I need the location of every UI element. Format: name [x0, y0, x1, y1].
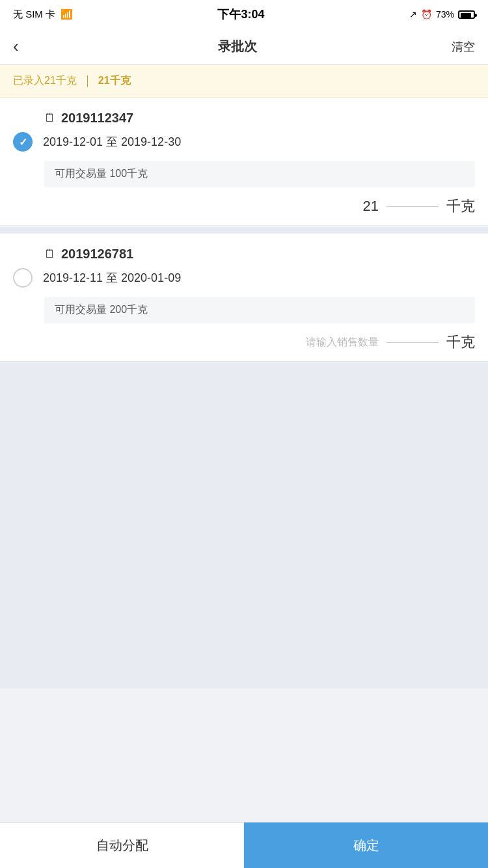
recorded-label: 已录入21千克: [13, 74, 77, 88]
bottom-fill-area: [0, 363, 488, 688]
batch-doc-icon-2: 🗒: [44, 247, 56, 261]
location-icon: ↗: [409, 9, 417, 20]
capacity-box-1: 可用交易量 100千克: [44, 161, 475, 187]
summary-value: 21千克: [98, 74, 131, 88]
status-left: 无 SIM 卡 📶: [13, 8, 73, 21]
confirm-button[interactable]: 确定: [244, 822, 488, 868]
back-icon: ‹: [13, 36, 19, 56]
nav-bar: ‹ 录批次 清空: [0, 29, 488, 65]
radio-button-2[interactable]: [13, 268, 33, 288]
summary-divider: [87, 75, 88, 87]
alarm-icon: ⏰: [421, 9, 432, 20]
batch-date-1: 2019-12-01 至 2019-12-30: [43, 134, 181, 150]
battery-icon: [458, 10, 475, 19]
status-right: ↗ ⏰ 73%: [409, 9, 475, 20]
back-button[interactable]: ‹: [8, 31, 24, 62]
batch-doc-icon-1: 🗒: [44, 111, 56, 125]
quantity-row-2: 请输入销售数量 千克: [0, 323, 488, 362]
quantity-unit-2: 千克: [446, 332, 475, 352]
page-title: 录批次: [218, 38, 257, 55]
carrier-label: 无 SIM 卡: [13, 8, 55, 21]
battery-label: 73%: [436, 9, 454, 20]
status-time: 下午3:04: [217, 7, 264, 22]
summary-banner: 已录入21千克 21千克: [0, 65, 488, 98]
batch-item-1: 🗒 2019112347 2019-12-01 至 2019-12-30 可用交…: [0, 98, 488, 226]
clear-button[interactable]: 清空: [452, 39, 475, 55]
quantity-row-1: 21 千克: [0, 187, 488, 226]
quantity-unit-1: 千克: [446, 197, 475, 216]
quantity-placeholder-2: 请输入销售数量: [306, 336, 379, 349]
section-divider: [0, 227, 488, 234]
wifi-icon: 📶: [61, 8, 73, 20]
batch-date-2: 2019-12-11 至 2020-01-09: [43, 270, 181, 286]
quantity-value-1: 21: [363, 198, 379, 215]
batch-id-2: 2019126781: [61, 247, 133, 262]
auto-distribute-button[interactable]: 自动分配: [0, 822, 244, 868]
capacity-box-2: 可用交易量 200千克: [44, 297, 475, 323]
status-bar: 无 SIM 卡 📶 下午3:04 ↗ ⏰ 73%: [0, 0, 488, 29]
batch-id-1: 2019112347: [61, 111, 133, 126]
batch-item-2: 🗒 2019126781 2019-12-11 至 2020-01-09 可用交…: [0, 234, 488, 362]
footer: 自动分配 确定: [0, 822, 488, 868]
radio-button-1[interactable]: [13, 132, 33, 152]
